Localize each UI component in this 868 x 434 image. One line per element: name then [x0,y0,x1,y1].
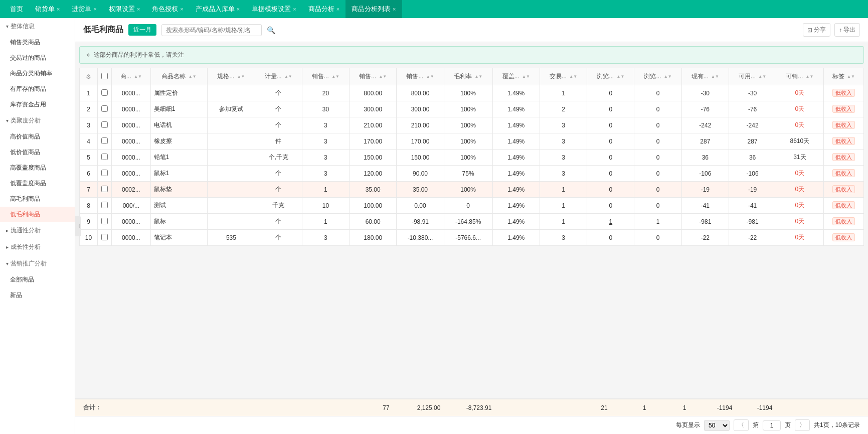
browse1-link[interactable]: 1 [609,218,612,225]
tag-badge: 低收入 [832,201,855,209]
filter-date-button[interactable]: 近一月 [128,24,156,36]
th-browse2[interactable]: 浏览... ▲▼ [634,68,681,85]
th-sales-price[interactable]: 销售... ▲▼ [350,68,397,85]
sidebar-group-growth[interactable]: ▸ 成长性分析 [0,239,75,255]
prev-page-button[interactable]: 〈 [734,419,749,431]
th-current-stock[interactable]: 现有... ▲▼ [681,68,729,85]
nav-product-inbound[interactable]: 产成品入库单 × [190,0,246,18]
nav-sales-close[interactable]: × [57,6,60,12]
row-checkbox[interactable] [101,186,108,192]
cell-sales-qty: 20 [302,85,349,101]
nav-product-analysis-close[interactable]: × [336,6,339,12]
page-input[interactable] [763,420,781,430]
sidebar-item-low-value[interactable]: 低价值商品 [0,144,75,160]
per-page-select[interactable]: 20 50 100 [704,420,730,431]
sidebar-item-low-coverage[interactable]: 低覆盖度商品 [0,176,75,191]
th-sellable[interactable]: 可销... ▲▼ [776,68,823,85]
cell-sales-amount: 0.00 [397,198,444,214]
select-all-checkbox[interactable] [101,73,108,79]
sidebar-collapse-button[interactable]: 《 [75,216,81,236]
th-sales-qty[interactable]: 销售... ▲▼ [302,68,349,85]
cell-name: 吴细细1 [150,101,208,117]
th-coverage[interactable]: 覆盖... ▲▼ [492,68,540,85]
row-checkbox[interactable] [101,170,108,176]
row-checkbox[interactable] [101,154,108,160]
th-available[interactable]: 可用... ▲▼ [729,68,776,85]
nav-product-inbound-close[interactable]: × [237,6,240,12]
search-input[interactable] [161,24,262,36]
sidebar-group-marketing[interactable]: ▾ 营销推广分析 [0,255,75,272]
cell-code: 0000... [112,166,151,182]
th-spec[interactable]: 规格... ▲▼ [208,68,255,85]
nav-purchase-close[interactable]: × [93,6,96,12]
th-name[interactable]: 商品名称 ▲▼ [150,68,208,85]
row-checkbox[interactable] [101,202,108,208]
th-settings[interactable]: ⚙ [80,68,98,85]
cell-check[interactable] [98,182,112,198]
sidebar-item-high-margin[interactable]: 高毛利商品 [0,191,75,207]
th-sales-amount[interactable]: 销售... ▲▼ [397,68,444,85]
th-code[interactable]: 商... ▲▼ [112,68,151,85]
export-button[interactable]: ↑ 导出 [834,23,860,37]
sidebar-item-capital[interactable]: 库存资金占用 [0,97,75,112]
cell-unit: 个 [255,117,302,133]
share-button[interactable]: ⊡ 分享 [803,23,830,37]
nav-purchase[interactable]: 进货单 × [66,0,102,18]
th-transaction[interactable]: 交易... ▲▼ [540,68,587,85]
sidebar-item-high-value[interactable]: 高价值商品 [0,129,75,144]
cell-transaction: 2 [540,101,587,117]
nav-template-close[interactable]: × [293,6,296,12]
nav-permission-close[interactable]: × [137,6,140,12]
sidebar-item-high-coverage[interactable]: 高覆盖度商品 [0,160,75,176]
cell-browse1[interactable]: 1 [587,214,634,230]
row-checkbox[interactable] [101,121,108,128]
sidebar-item-new-goods[interactable]: 新品 [0,287,75,303]
cell-check[interactable] [98,214,112,230]
row-checkbox[interactable] [101,218,108,224]
nav-permission[interactable]: 权限设置 × [103,0,146,18]
row-checkbox[interactable] [101,137,108,144]
nav-home[interactable]: 首页 [4,0,29,18]
sidebar-item-category-rate[interactable]: 商品分类助销率 [0,66,75,81]
nav-role-close[interactable]: × [180,6,183,12]
cell-browse1: 0 [587,182,634,198]
nav-product-analysis-list[interactable]: 商品分析列表 × [345,0,402,18]
nav-product-analysis[interactable]: 商品分析 × [302,0,345,18]
sidebar-item-all-goods[interactable]: 全部商品 [0,272,75,287]
sidebar-group-overall[interactable]: ▾ 整体信息 [0,18,75,35]
sidebar-item-stocked-goods[interactable]: 有库存的商品 [0,81,75,97]
nav-role[interactable]: 角色授权 × [146,0,189,18]
sidebar-group-flow[interactable]: ▸ 流通性分析 [0,222,75,239]
cell-check[interactable] [98,85,112,101]
cell-code: 0000... [112,85,151,101]
cell-check[interactable] [98,230,112,246]
search-icon[interactable]: 🔍 [267,26,275,34]
cell-num: 7 [80,182,98,198]
th-gross-margin[interactable]: 毛利率 ▲▼ [444,68,492,85]
row-checkbox[interactable] [101,105,108,112]
sidebar-group-cluster[interactable]: ▾ 类聚度分析 [0,112,75,129]
cell-sales-amount: 35.00 [397,182,444,198]
sidebar-item-low-margin[interactable]: 低毛利商品 [0,207,75,222]
next-page-button[interactable]: 〉 [795,419,810,431]
row-checkbox[interactable] [101,89,108,96]
sort-arrows-browse1: ▲▼ [617,74,625,79]
sidebar-item-traded-goods[interactable]: 交易过的商品 [0,50,75,66]
sidebar-item-sales-goods[interactable]: 销售类商品 [0,35,75,50]
cell-check[interactable] [98,198,112,214]
cell-check[interactable] [98,133,112,150]
cell-check[interactable] [98,101,112,117]
cell-check[interactable] [98,166,112,182]
th-browse1[interactable]: 浏览... ▲▼ [587,68,634,85]
cell-check[interactable] [98,117,112,133]
th-tag[interactable]: 标签 ▲▼ [823,68,864,85]
table-area: ⚙ 商... ▲▼ 商品名称 ▲▼ 规格... ▲▼ 计量... ▲▼ 销售..… [75,68,868,398]
sort-arrows-spec: ▲▼ [237,74,245,79]
nav-sales[interactable]: 销货单 × [29,0,66,18]
th-unit[interactable]: 计量... ▲▼ [255,68,302,85]
cell-code: 0000... [112,117,151,133]
nav-product-analysis-list-close[interactable]: × [393,6,396,12]
row-checkbox[interactable] [101,234,108,240]
nav-template[interactable]: 单据模板设置 × [246,0,302,18]
cell-check[interactable] [98,150,112,166]
